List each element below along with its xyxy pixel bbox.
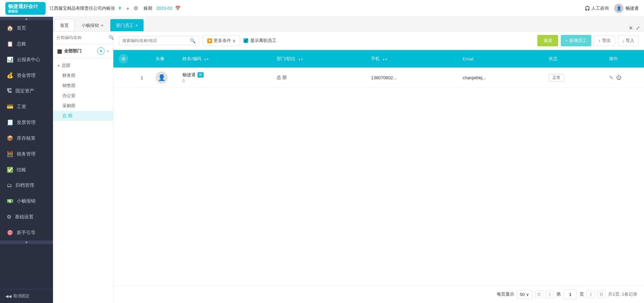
- dept-child-purchase[interactable]: 采购部: [53, 101, 113, 111]
- inventory-icon: 📦: [7, 135, 13, 141]
- guide-icon: 🎯: [7, 229, 13, 236]
- company-settings-icon[interactable]: ⚙: [133, 5, 138, 11]
- sidebar-item-home[interactable]: 🏠 首页: [0, 20, 53, 36]
- dept-child-office[interactable]: 办公室: [53, 91, 113, 101]
- sidebar-item-assets[interactable]: 🏗 固定资产: [0, 83, 53, 99]
- employee-phone: 138070602...: [371, 75, 396, 80]
- sidebar-item-capital[interactable]: 💰 资金管理: [0, 68, 53, 83]
- window-close-icon[interactable]: ✕: [629, 25, 633, 31]
- row-dept-cell: 总 部: [271, 68, 366, 88]
- th-name[interactable]: 姓名/编码 ▲▼: [177, 50, 271, 68]
- filter-button[interactable]: 🔽 更多条件 ∨: [203, 35, 240, 46]
- search-input[interactable]: [122, 38, 188, 43]
- page-input[interactable]: [564, 290, 577, 299]
- tab-home[interactable]: 首页: [54, 19, 74, 31]
- tab-expense-label: 小畅报销: [82, 23, 99, 29]
- th-settings: ⚙: [113, 50, 133, 68]
- dept-all-header: ▦ 全部部门 ✎ «: [53, 44, 113, 58]
- import-button[interactable]: ↓ 导入: [618, 35, 639, 46]
- company-dropdown-icon[interactable]: ▼: [118, 6, 122, 11]
- sidebar-scroll-down[interactable]: ▼: [0, 241, 53, 244]
- service-button[interactable]: 🎧 人工咨询: [585, 5, 609, 11]
- sidebar-item-reports[interactable]: 📊 云报表中心: [0, 52, 53, 68]
- settle-icon: ✅: [7, 167, 13, 173]
- sidebar-label-archive: 归档管理: [15, 182, 34, 188]
- sidebar-item-tax[interactable]: 🧮 税务管理: [0, 146, 53, 162]
- export-label: 导出: [602, 38, 611, 44]
- pin-icon: ◀◀: [5, 294, 11, 299]
- row-no-cell: 1: [133, 68, 150, 88]
- page-goto-label: 第: [556, 291, 561, 297]
- sidebar-item-inventory[interactable]: 📦 库存核算: [0, 130, 53, 146]
- dept-all-label: 全部部门: [64, 48, 82, 54]
- page-first-button[interactable]: ⟨⟨: [535, 290, 543, 298]
- sidebar-item-invoice[interactable]: 🧾 发票管理: [0, 115, 53, 130]
- add-employee-button[interactable]: + 新增员工: [561, 35, 591, 46]
- dept-add-badge[interactable]: ✎: [97, 47, 105, 55]
- show-resigned-checkbox[interactable]: [244, 38, 248, 43]
- table-settings-button[interactable]: ⚙: [119, 54, 128, 63]
- cancel-pin-button[interactable]: ◀◀ 取消固定: [0, 289, 53, 303]
- dept-child-sales[interactable]: 销售部: [53, 81, 113, 91]
- sidebar-item-salary[interactable]: 💳 工资: [0, 99, 53, 115]
- dept-child-hq[interactable]: 总 部: [53, 111, 113, 121]
- add-company-icon[interactable]: ＋: [125, 4, 131, 12]
- dept-sort-icon: ▲▼: [298, 58, 303, 61]
- sidebar-label-ledger: 总账: [17, 41, 26, 47]
- dept-group-header-headquarters[interactable]: ▼ 总部: [53, 60, 113, 71]
- page-next-button[interactable]: ⟩: [587, 290, 595, 298]
- sidebar-label-salary: 工资: [17, 104, 26, 110]
- dept-collapse-icon[interactable]: «: [107, 49, 109, 53]
- sidebar-item-settle[interactable]: ✅ 结账: [0, 162, 53, 178]
- window-maximize-icon[interactable]: ⤢: [636, 25, 640, 31]
- page-last-button[interactable]: ⟩⟩: [597, 290, 605, 298]
- sidebar-item-expense[interactable]: 💵 小畅报销: [0, 193, 53, 209]
- logout-icon[interactable]: ⏻: [616, 75, 622, 81]
- sidebar-label-guide: 新手引导: [17, 230, 36, 236]
- search-icon[interactable]: 🔍: [190, 38, 196, 43]
- sidebar-item-settings[interactable]: ⚙ 基础设置: [0, 209, 53, 225]
- sidebar-item-guide[interactable]: 🎯 新手引导: [0, 225, 53, 241]
- pagination: 每页显示 50 ∨ ⟨⟨ ⟨ 第 页 ⟩ ⟩⟩ 共1页, 1条记录: [113, 285, 644, 303]
- grid-icon: ▦: [57, 48, 62, 54]
- dept-child-finance[interactable]: 财务部: [53, 71, 113, 81]
- page-prev-button[interactable]: ⟨: [546, 290, 554, 298]
- ledger-icon: 📋: [7, 41, 13, 47]
- sidebar-label-expense: 小畅报销: [17, 198, 36, 204]
- page-size-label: 每页显示: [497, 291, 514, 297]
- tab-expense[interactable]: 小畅报销 ×: [76, 19, 109, 31]
- tabs-bar: 首页 小畅报销 × 部门员工 × ✕ ⤢: [53, 17, 644, 32]
- th-email: Email: [457, 50, 543, 68]
- right-panel: 🔍 🔽 更多条件 ∨ 显示离职员工 邀请 + 新增员工: [113, 32, 644, 303]
- th-dept[interactable]: 部门/职位 ▲▼: [271, 50, 366, 68]
- tab-dept-staff[interactable]: 部门员工 ×: [110, 19, 144, 31]
- th-avatar-label: 头像: [156, 56, 164, 61]
- user-menu[interactable]: 👤 畅捷通: [614, 4, 639, 13]
- dept-search-input[interactable]: [56, 35, 107, 40]
- export-button[interactable]: ↑ 导出: [594, 35, 615, 46]
- company-info: 江西服宝精品有限责任公司内账张 ▼ ＋ ⚙ 账期 2023-03 📅: [50, 4, 581, 12]
- sidebar-item-archive[interactable]: 🗂 归档管理: [0, 178, 53, 193]
- show-resigned-checkbox-label[interactable]: 显示离职员工: [244, 38, 276, 44]
- tab-expense-close[interactable]: ×: [101, 23, 103, 28]
- page-unit-label: 页: [580, 291, 584, 297]
- edit-icon[interactable]: ✎: [609, 75, 613, 81]
- main-layout: ▲ 🏠 首页 📋 总账 📊 云报表中心 💰 资金管理 🏗 固定资产 💳 工资 🧾…: [0, 17, 644, 303]
- calendar-icon[interactable]: 📅: [175, 6, 180, 11]
- dept-group-label: 总部: [62, 62, 70, 69]
- invite-button[interactable]: 邀请: [537, 35, 558, 46]
- th-phone[interactable]: 手机 ▲▼: [366, 50, 457, 68]
- topbar-right: 🎧 人工咨询 👤 畅捷通: [585, 4, 639, 13]
- page-size-select[interactable]: 50 ∨: [517, 290, 532, 299]
- sidebar-label-capital: 资金管理: [17, 73, 36, 79]
- dept-search-box: 🔍: [53, 32, 113, 44]
- home-icon: 🏠: [7, 25, 13, 31]
- sidebar-item-ledger[interactable]: 📋 总账: [0, 36, 53, 52]
- tab-dept-staff-close[interactable]: ×: [136, 23, 138, 28]
- user-name: 畅捷通: [626, 5, 639, 11]
- dept-toggle-icon: ▼: [57, 64, 60, 68]
- row-no: 1: [141, 75, 143, 80]
- reports-icon: 📊: [7, 56, 13, 63]
- sidebar-scroll-up[interactable]: ▲: [0, 17, 53, 20]
- row-actions-cell: ✎ ⏻: [604, 68, 644, 88]
